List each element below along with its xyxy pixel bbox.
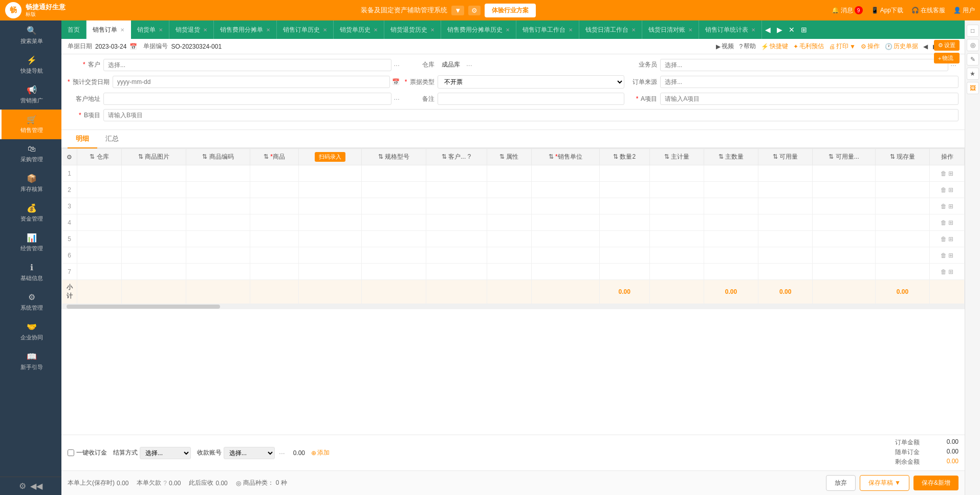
row-code-3[interactable] [186,198,250,214]
row-unit-6[interactable] [531,247,599,264]
sidebar-item-guide[interactable]: 📖 新手引导 [0,347,61,376]
save-new-btn[interactable]: 保存&新增 [913,476,959,490]
row-customer-5[interactable] [426,231,487,247]
row-spec-6[interactable] [362,247,426,264]
th-main-unit[interactable]: ⇅ 主计量 [649,149,704,165]
row-image-4[interactable] [122,214,186,231]
th-available[interactable]: ⇅ 可用量 [758,149,813,165]
current-debt-help-icon[interactable]: ? [163,480,167,487]
row-scan-4[interactable] [298,214,361,231]
th-qty2[interactable]: ⇅ 数量2 [599,149,649,165]
row-main-qty-2[interactable] [704,182,758,198]
customer-input[interactable] [103,59,391,71]
row-code-4[interactable] [186,214,250,231]
th-current[interactable]: ⇅ 现存量 [875,149,929,165]
calendar-icon[interactable]: 📅 [129,43,137,50]
system-dropdown-btn[interactable]: ▼ [451,6,464,15]
tab-close-slip-history[interactable]: ✕ [374,27,378,33]
tab-close-sales-return[interactable]: ✕ [203,27,207,33]
row-available-2[interactable] [758,182,813,198]
row-code-1[interactable] [186,165,250,182]
row-current-1[interactable] [875,165,929,182]
row-attr-1[interactable] [487,165,531,182]
delete-btn-4[interactable]: 🗑 [941,219,947,226]
copy-btn-6[interactable]: ⊞ [948,252,953,259]
row-warehouse-3[interactable] [77,198,122,214]
save-draft-btn[interactable]: 保存草稿 ▼ [860,475,909,491]
tab-close-daily-reconcile[interactable]: ✕ [688,27,692,33]
tab-close-daily-workbench[interactable]: ✕ [631,27,636,33]
th-warehouse[interactable]: ⇅ 仓库 [77,149,122,165]
sidebar-settings-btn[interactable]: ⚙ [19,481,26,491]
tab-daily-workbench[interactable]: 钱货日清工作台 ✕ [579,20,642,39]
history-btn[interactable]: 🕐 历史单据 [885,42,918,51]
row-scan-1[interactable] [298,165,361,182]
customer-dots-btn[interactable]: ··· [391,61,402,69]
th-code[interactable]: ⇅ 商品编码 [186,149,250,165]
address-dots-btn[interactable]: ··· [391,95,402,103]
row-code-2[interactable] [186,182,250,198]
row-main-qty-3[interactable] [704,198,758,214]
row-attr-3[interactable] [487,198,531,214]
row-current-5[interactable] [875,231,929,247]
tab-slip-history[interactable]: 销货单历史 ✕ [334,20,384,39]
delete-btn-5[interactable]: 🗑 [941,235,947,243]
sidebar-item-collab[interactable]: 🤝 企业协同 [0,317,61,347]
row-warehouse-7[interactable] [77,264,122,280]
right-panel-btn-3[interactable]: ✎ [967,53,979,66]
row-customer-4[interactable] [426,214,487,231]
right-panel-btn-4[interactable]: ★ [967,68,979,80]
row-unit-1[interactable] [531,165,599,182]
calendar2-icon[interactable]: 📅 [390,78,402,85]
receipt-account-select[interactable]: 选择... [224,447,275,459]
row-current-4[interactable] [875,214,929,231]
receipt-account-dots[interactable]: ··· [277,449,287,457]
row-available-6[interactable] [758,247,813,264]
row-image-2[interactable] [122,182,186,198]
row-qty2-3[interactable] [599,198,649,214]
tab-return-history[interactable]: 销货退货历史 ✕ [384,20,441,39]
right-panel-btn-5[interactable]: 🖼 [967,82,979,94]
settings-gear-btn[interactable]: ⚙ [468,6,481,15]
row-scan-5[interactable] [298,231,361,247]
delete-btn-2[interactable]: 🗑 [941,186,947,193]
th-settings[interactable]: ⚙ [62,149,77,165]
right-panel-btn-1[interactable]: □ [967,25,979,37]
row-main-unit-5[interactable] [649,231,704,247]
row-product-3[interactable] [250,198,299,214]
copy-btn-3[interactable]: ⊞ [948,203,953,210]
tab-close-sales-slip[interactable]: ✕ [159,27,163,33]
sidebar-item-marketing[interactable]: 📢 营销推广 [0,80,61,110]
order-source-input[interactable] [660,76,959,88]
row-customer-1[interactable] [426,165,487,182]
copy-btn-5[interactable]: ⊞ [948,235,953,243]
tab-order-history[interactable]: 销售订单历史 ✕ [277,20,334,39]
row-scan-2[interactable] [298,182,361,198]
row-unit-5[interactable] [531,231,599,247]
row-available2-6[interactable] [813,247,875,264]
tab-sales-fee[interactable]: 销售费用分摊单 ✕ [214,20,277,39]
tab-close-order-workbench[interactable]: ✕ [569,27,573,33]
scan-btn[interactable]: 扫码录入 [315,152,345,162]
warehouse-dots-btn[interactable]: ··· [464,61,474,69]
row-available2-2[interactable] [813,182,875,198]
row-scan-3[interactable] [298,198,361,214]
row-current-7[interactable] [875,264,929,280]
row-product-2[interactable] [250,182,299,198]
delete-btn-3[interactable]: 🗑 [941,203,947,210]
sidebar-item-search[interactable]: 🔍 搜索菜单 [0,20,61,50]
operate-btn[interactable]: ⚙ 操作 [861,42,880,51]
right-panel-btn-2[interactable]: ◎ [967,39,979,51]
row-image-1[interactable] [122,165,186,182]
row-qty2-5[interactable] [599,231,649,247]
row-available2-5[interactable] [813,231,875,247]
row-qty2-4[interactable] [599,214,649,231]
sidebar-item-inventory[interactable]: 📦 库存核算 [0,168,61,198]
row-warehouse-6[interactable] [77,247,122,264]
th-attr[interactable]: ⇅ 属性 [487,149,531,165]
tab-close-fee-history[interactable]: ✕ [506,27,510,33]
salesperson-input[interactable] [660,59,948,71]
row-product-4[interactable] [250,214,299,231]
row-current-2[interactable] [875,182,929,198]
user-btn[interactable]: 👤 用户 [953,6,975,15]
